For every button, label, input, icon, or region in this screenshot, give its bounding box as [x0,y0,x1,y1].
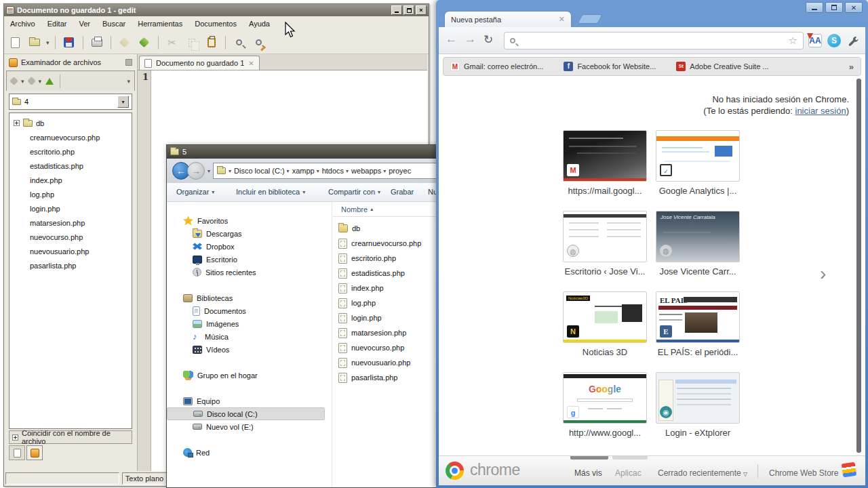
file-row[interactable]: matarsesion.php [333,325,449,340]
tree-item[interactable]: escritorio.php [9,144,132,159]
iniciar-sesion-link[interactable]: iniciar sesión [795,106,846,116]
breadcrumb-xampp[interactable]: xampp▾ [292,167,319,175]
maximize-button[interactable] [403,5,414,15]
sidebar-item-disco-local[interactable]: Disco local (C:) [167,407,325,420]
new-tab-button[interactable] [577,14,602,24]
close-button[interactable]: ✕ [845,2,863,13]
bookmark-star-icon[interactable]: ☆ [789,35,797,47]
column-header-nombre[interactable]: Nombre▴ [333,202,449,217]
next-page-chevron[interactable]: › [820,263,826,285]
history-dropdown[interactable]: ▾ [208,168,210,174]
close-button[interactable]: × [416,5,427,15]
sidebar-item-sitios-recientes[interactable]: Sitios recientes [167,266,332,279]
tree-item[interactable]: index.php [9,173,132,187]
explorer-titlebar[interactable]: 5 [167,145,449,159]
sidebar-item-descargas[interactable]: Descargas [167,227,332,240]
translate-extension-icon[interactable]: AA [808,34,822,47]
file-row[interactable]: log.php [333,296,449,310]
menu-archivo[interactable]: Archivo [4,18,41,30]
skype-extension-icon[interactable]: S [827,34,841,47]
file-row-db[interactable]: db [333,221,449,236]
scrollbar[interactable] [856,79,861,453]
organizar-button[interactable]: Organizar▾ [176,188,214,196]
sidebar-item-nuevo-vol[interactable]: Nuevo vol (E:) [167,420,332,433]
address-bar[interactable]: ▾ Disco local (C:)▾ xampp▾ htdocs▾ webap… [213,163,443,179]
location-combo[interactable]: 4 ▾ [9,94,132,110]
documents-panel-tab[interactable] [9,445,25,460]
breadcrumb-htdocs[interactable]: htdocs▾ [322,167,349,175]
tab-close-icon[interactable]: ✕ [248,60,254,67]
forward-dropdown[interactable]: ▾ [39,78,42,85]
redo-button[interactable] [136,35,153,51]
menu-buscar[interactable]: Buscar [96,18,132,30]
file-row[interactable]: pasarlista.php [333,370,449,385]
reload-button[interactable]: ↻ [484,33,493,46]
tile-escritorio-wordpress[interactable]: ◍ Escritorio ‹ Jose Vi... [563,211,647,277]
menu-documentos[interactable]: Documentos [189,18,243,30]
sidebar-item-grupo-hogar[interactable]: Grupo en el hogar [167,369,332,382]
recently-closed-menu[interactable]: Cerrado recientemente ▽ [658,468,747,478]
file-row[interactable]: index.php [333,281,449,296]
match-filename-expander[interactable]: Coincidir con el nombre de archivo [9,430,132,444]
tile-google[interactable]: Google g http://www.googl... [563,372,647,438]
forward-button[interactable]: → [187,162,205,180]
sidebar-item-bibliotecas[interactable]: Bibliotecas [167,291,332,304]
file-row[interactable]: estadisticas.php [333,266,449,281]
cut-button[interactable]: ✂ [164,35,180,51]
gedit-titlebar[interactable]: Documento no guardado 1 - gedit × [4,4,429,16]
compartir-con-button[interactable]: Compartir con▾ [328,188,380,196]
tile-jose-vicente[interactable]: Jose Vicente Carratala ◍ Jose Vicente Ca… [656,211,740,277]
chrome-web-store-link[interactable]: Chrome Web Store [769,468,839,478]
file-row[interactable]: crearnuevocurso.php [333,236,449,251]
panel-close-icon[interactable] [125,59,132,66]
omnibox[interactable]: ☆ [504,32,804,49]
sidebar-item-red[interactable]: Red [167,446,332,459]
tree-item[interactable]: nuevocurso.php [9,230,132,244]
copy-button[interactable] [184,35,200,51]
sidebar-item-musica[interactable]: ♪Música [167,330,332,343]
up-icon[interactable] [45,78,54,85]
sidebar-item-videos[interactable]: Vídeos [167,343,332,356]
search-button[interactable] [231,35,248,51]
menu-herramientas[interactable]: Herramientas [132,18,189,30]
sidebar-item-equipo[interactable]: Equipo [167,394,332,407]
back-icon[interactable] [9,77,18,85]
back-button[interactable]: ← [446,33,457,46]
print-button[interactable] [89,35,105,51]
bookmarks-overflow-chevron[interactable]: » [849,62,854,72]
most-visited-tab[interactable]: Más vis [574,468,602,478]
file-row[interactable]: nuevousuario.php [333,355,449,370]
minimize-button[interactable] [806,2,823,13]
browser-tab[interactable]: Nueva pestaña ✕ [444,11,572,27]
apps-tab[interactable]: Aplicac [615,468,642,478]
forward-icon[interactable] [27,77,36,85]
save-button[interactable] [61,35,77,51]
maximize-button[interactable] [825,2,843,13]
back-dropdown[interactable]: ▾ [21,78,24,85]
bookmark-gmail[interactable]: M Gmail: correo electrón... [450,62,543,71]
undo-button[interactable] [117,35,133,51]
sidebar-item-escritorio[interactable]: Escritorio [167,253,332,266]
tree-item[interactable]: nuevousuario.php [9,244,132,258]
forward-button[interactable]: → [465,33,476,46]
breadcrumb-proyecto[interactable]: proyec [389,167,411,175]
tile-gmail[interactable]: M https://mail.googl... [563,130,647,196]
tree-item-db[interactable]: db [9,116,132,130]
web-store-icon[interactable] [842,462,857,478]
combo-dropdown-button[interactable]: ▾ [117,96,129,108]
sidebar-item-dropbox[interactable]: Dropbox [167,240,332,253]
wrench-icon[interactable] [847,35,859,47]
sidebar-item-imagenes[interactable]: Imágenes [167,317,332,330]
menu-editar[interactable]: Editar [41,18,73,30]
incluir-en-biblioteca-button[interactable]: Incluir en biblioteca▾ [236,188,305,196]
tile-extplorer[interactable]: ◉ Login - eXtplorer [656,372,740,438]
document-tab[interactable]: Documento no guardado 1 ✕ [139,56,260,70]
tree-item[interactable]: matarsesion.php [9,216,132,230]
tab-close-icon[interactable]: ✕ [559,15,565,24]
tile-elpais[interactable]: EL PAIS E EL PAÍS: el periódi... [656,291,740,357]
grabar-button[interactable]: Grabar [391,188,414,196]
tree-item[interactable]: log.php [9,187,132,201]
sidebar-item-documentos[interactable]: Documentos [167,304,332,317]
bookmark-facebook[interactable]: f Facebook for Website... [564,62,656,71]
tree-item[interactable]: estadisticas.php [9,159,132,173]
